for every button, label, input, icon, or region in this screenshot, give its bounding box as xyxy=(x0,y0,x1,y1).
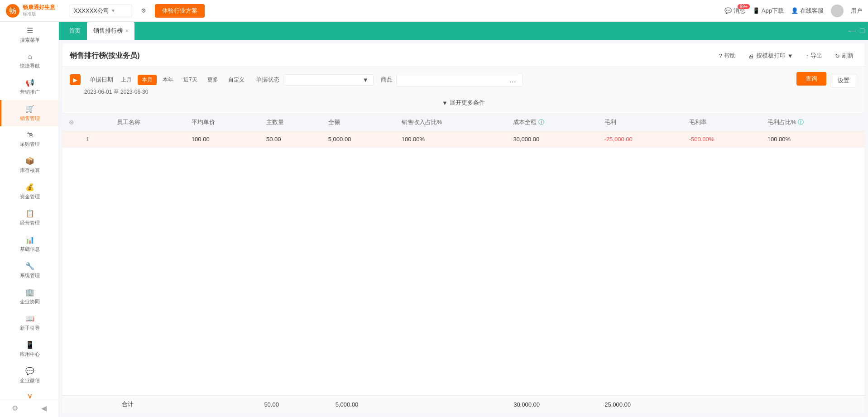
col-amount: 全额 xyxy=(323,114,396,131)
finance-icon: 💰 xyxy=(25,183,34,192)
goods-input[interactable]: ... xyxy=(396,73,523,87)
sidebar-item-system[interactable]: 🔧 系统管理 xyxy=(0,257,58,283)
sidebar-item-operations[interactable]: 📋 经营管理 xyxy=(0,205,58,231)
app-version: 标准版 xyxy=(23,11,55,17)
sidebar-item-purchase[interactable]: 🛍 采购管理 xyxy=(0,126,58,152)
search-icon: ☰ xyxy=(27,26,33,35)
page-header: 销售排行榜(按业务员) ? 帮助 🖨 按模板打印 ▼ ↑ xyxy=(62,43,864,67)
sidebar-item-guide[interactable]: 📖 新手引导 xyxy=(0,310,58,336)
refresh-button[interactable]: ↻ 刷新 xyxy=(831,50,857,62)
sidebar-item-marketing[interactable]: 📢 营销推广 xyxy=(0,74,58,100)
col-avg-price: 平均单价 xyxy=(186,114,261,131)
sidebar-item-wechat[interactable]: 💬 企业微信 xyxy=(0,362,58,388)
member-icon: V xyxy=(28,393,32,399)
footer-gross-pct xyxy=(775,396,864,413)
sidebar-item-inventory[interactable]: 📦 库存核算 xyxy=(0,152,58,178)
message-button[interactable]: 💬 消息 99+ xyxy=(724,7,745,15)
trial-button[interactable]: 体验行业方案 xyxy=(155,4,205,18)
wechat-icon: 💬 xyxy=(25,367,34,375)
print-button[interactable]: 🖨 按模板打印 ▼ xyxy=(745,50,797,62)
sidebar-label-app-center: 应用中心 xyxy=(20,351,40,358)
sidebar-item-quick-nav[interactable]: ⌂ 快捷导航 xyxy=(0,48,58,74)
date-tab-last7[interactable]: 近7天 xyxy=(179,75,201,85)
sidebar-label-base-info: 基础信息 xyxy=(20,246,40,253)
table-header-row: ⚙ 员工名称 平均单价 主数量 全额 销售收入占比% 成本全额 ⓘ 毛利 毛利率 xyxy=(62,114,864,131)
sidebar-label-operations: 经营管理 xyxy=(20,220,40,226)
service-icon: 👤 xyxy=(791,7,798,14)
date-filter-label: 单据日期 xyxy=(90,76,113,84)
avatar[interactable] xyxy=(831,5,844,17)
page-content: 销售排行榜(按业务员) ? 帮助 🖨 按模板打印 ▼ ↑ xyxy=(62,43,864,413)
company-name: XXXXXX公司 xyxy=(74,7,109,15)
row-name xyxy=(111,131,186,148)
footer-gear-col xyxy=(62,396,81,413)
row-rank: 1 xyxy=(81,131,111,148)
query-button[interactable]: 查询 xyxy=(796,72,826,86)
tab-home[interactable]: 首页 xyxy=(62,22,87,40)
col-rank xyxy=(81,114,111,131)
sidebar-label-inventory: 库存核算 xyxy=(20,167,40,174)
tab-sales-ranking[interactable]: 销售排行榜 × xyxy=(87,22,134,40)
message-badge: 99+ xyxy=(738,4,750,9)
svg-text:畅: 畅 xyxy=(9,7,16,14)
sidebar-label-system: 系统管理 xyxy=(20,272,40,279)
status-select[interactable]: ▼ xyxy=(283,74,374,86)
tab-active-label: 销售排行榜 xyxy=(93,27,123,35)
data-table: ⚙ 员工名称 平均单价 主数量 全额 销售收入占比% 成本全额 ⓘ 毛利 毛利率 xyxy=(62,114,864,148)
filter-row-1: ▶ 单据日期 上月 本月 本年 近7天 更多 自定义 xyxy=(70,72,857,87)
app-center-icon: 📱 xyxy=(25,340,34,349)
tab-close-icon[interactable]: × xyxy=(125,28,128,34)
expand-more-button[interactable]: ▼ 展开更多条件 xyxy=(70,96,857,108)
date-tab-more[interactable]: 更多 xyxy=(203,75,222,85)
date-tab-custom[interactable]: 自定义 xyxy=(224,75,249,85)
guide-icon: 📖 xyxy=(25,314,34,323)
date-tab-this-month[interactable]: 本月 xyxy=(138,75,157,85)
footer-row: 合计 50.00 5,000.00 30,000.00 -25,000.00 xyxy=(62,396,864,413)
online-service-button[interactable]: 👤 在线客服 xyxy=(791,7,824,15)
row-amount: 5,000.00 xyxy=(323,131,396,148)
sidebar-item-sales[interactable]: 🛒 销售管理 xyxy=(0,100,58,126)
footer-avg-price xyxy=(187,396,259,413)
sidebar-settings-icon[interactable]: ⚙ xyxy=(12,404,18,412)
cost-info-icon[interactable]: ⓘ xyxy=(538,119,544,125)
col-gear[interactable]: ⚙ xyxy=(62,114,81,131)
date-tab-this-year[interactable]: 本年 xyxy=(158,75,177,85)
filter-area: ▶ 单据日期 上月 本月 本年 近7天 更多 自定义 xyxy=(62,67,864,114)
filter-expand-arrow[interactable]: ▶ xyxy=(70,74,81,85)
footer-sales-pct xyxy=(419,396,508,413)
print-icon: 🖨 xyxy=(748,53,754,59)
set-button[interactable]: 设置 xyxy=(830,74,857,87)
sidebar-label-marketing: 营销推广 xyxy=(20,89,40,96)
app-download-button[interactable]: 📱 App下载 xyxy=(753,7,784,15)
app-name: 畅康通好生意 xyxy=(23,4,55,10)
sidebar-item-search[interactable]: ☰ 搜索菜单 xyxy=(0,22,58,48)
goods-dots-icon[interactable]: ... xyxy=(508,75,518,85)
tab-maximize-icon[interactable]: □ xyxy=(860,27,864,35)
online-service-label: 在线客服 xyxy=(800,7,824,15)
date-tab-last-month[interactable]: 上月 xyxy=(117,75,136,85)
settings-icon[interactable]: ⚙ xyxy=(137,4,150,18)
sidebar-item-app-center[interactable]: 📱 应用中心 xyxy=(0,336,58,362)
status-filter: 单据状态 ▼ xyxy=(256,74,374,86)
help-button[interactable]: ? 帮助 xyxy=(715,50,739,62)
tab-minimize-icon[interactable]: — xyxy=(848,27,855,35)
export-button[interactable]: ↑ 导出 xyxy=(802,50,826,62)
company-selector[interactable]: XXXXXX公司 ▼ xyxy=(69,5,132,17)
sidebar-item-finance[interactable]: 💰 资金管理 xyxy=(0,178,58,205)
gross-pct-info-icon[interactable]: ⓘ xyxy=(798,119,804,125)
status-filter-label: 单据状态 xyxy=(256,76,279,84)
sidebar-collapse-icon[interactable]: ◀ xyxy=(41,404,47,412)
sidebar-item-member[interactable]: V 畅会员 xyxy=(0,388,58,399)
col-cost: 成本全额 ⓘ xyxy=(508,114,599,131)
sidebar-label-guide: 新手引导 xyxy=(20,325,40,331)
sidebar-item-enterprise[interactable]: 🏢 企业协同 xyxy=(0,283,58,310)
footer-label: 合计 xyxy=(116,396,187,413)
enterprise-icon: 🏢 xyxy=(25,288,34,297)
sidebar-item-base-info[interactable]: 📊 基础信息 xyxy=(0,231,58,257)
sidebar-menu: ☰ 搜索菜单 ⌂ 快捷导航 📢 营销推广 🛒 销售管理 🛍 采购管理 xyxy=(0,22,58,399)
sidebar-label-sales: 销售管理 xyxy=(20,115,40,122)
inventory-icon: 📦 xyxy=(25,157,34,165)
username: 用户 xyxy=(851,7,863,15)
footer-amount: 5,000.00 xyxy=(330,396,419,413)
export-icon: ↑ xyxy=(806,53,809,59)
